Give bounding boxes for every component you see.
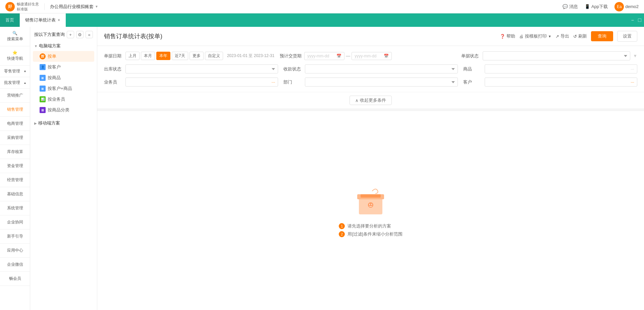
sidebar-operations[interactable]: 经营管理 [0,173,30,187]
sidebar-inventory[interactable]: 库存核算 [0,145,30,159]
sidebar-member[interactable]: 畅会员 [0,272,30,286]
date-separator: — [346,53,350,58]
messages-btn[interactable]: 💬 消息 [562,4,578,10]
minimize-btn[interactable]: － [630,17,635,24]
header-right: 💬 消息 📱 App下载 Ea demo2 [562,2,639,11]
sidebar-appcenter[interactable]: 应用中心 [0,244,30,258]
sidebar-retail[interactable]: 零售管理 ▾ [0,66,30,77]
arrow-icon: ▼ [34,44,38,48]
sidebar-corpwechat[interactable]: 企业微信 [0,258,30,272]
goods-input[interactable]: ··· [485,64,637,73]
delivery-label: 出库状态 [104,66,123,72]
collapse-conditions-btn[interactable]: ∧ 收起更多条件 [350,96,392,105]
mobile-section-header[interactable]: ▶ 移动端方案 [33,118,94,128]
department-label: 部门 [283,79,302,85]
refresh-icon: ↺ [573,34,577,39]
svg-point-4 [369,204,370,205]
salesperson-input[interactable]: ··· [125,78,278,87]
download-icon: 📱 [585,4,590,9]
message-icon: 💬 [562,4,568,9]
goods-label: 商品 [463,66,482,72]
date-btn-last-7[interactable]: 近7天 [172,52,188,60]
sidebar-enterprise[interactable]: 企业协同 [0,215,30,229]
sidebar-wholesale[interactable]: 批发管理 ▴ [0,77,30,89]
date-label: 单据日期 [104,53,123,59]
left-panel: 按以下方案查询 + ⚙ « ▼ 电脑端方案 按 按单 👤 按客户 [30,27,97,310]
logo-area: 好 畅捷通好生意 标准版 [5,2,39,11]
date-btn-custom[interactable]: 自定义 [205,52,223,60]
add-scheme-btn[interactable]: + [67,31,74,38]
sidebar-finance[interactable]: 资金管理 [0,159,30,173]
filter-group-department: 部门 [283,78,458,87]
date-btn-last-month[interactable]: 上月 [125,52,140,60]
expected-date-end[interactable]: yyyy-mm-dd 📅 [352,52,392,60]
scheme-按商品分类[interactable]: ▦ 按商品分类 [33,105,94,115]
user-menu[interactable]: Ea demo2 [614,2,639,11]
logo-text: 畅捷通好生意 标准版 [17,2,39,11]
status-select[interactable] [483,51,630,60]
refresh-btn[interactable]: ↺ 刷新 [573,33,587,39]
svg-point-3 [368,202,373,208]
panel-title: 按以下方案查询 [34,32,65,38]
filter-group-customer: 客户 ··· [463,78,637,87]
delivery-select[interactable] [125,64,278,73]
salesperson-more-icon: ··· [271,80,275,85]
settings-scheme-btn[interactable]: ⚙ [76,31,84,38]
star-icon: ⭐ [12,50,17,55]
sidebar-search[interactable]: 🔍 搜索菜单 [0,27,30,46]
sidebar-quicknav[interactable]: ⭐ 快捷导航 [0,46,30,66]
pc-section-header[interactable]: ▼ 电脑端方案 [33,41,94,51]
scheme-按单[interactable]: 按 按单 [33,51,94,62]
sidebar-basic[interactable]: 基础信息 [0,187,30,201]
sidebar-newuser[interactable]: 新手引导 [0,229,30,244]
empty-hints: 1 请先选择要分析的方案 2 用[过滤]条件来缩小分析范围 [339,223,402,237]
payment-select[interactable] [305,64,458,73]
sidebar-purchase[interactable]: 采购管理 [0,131,30,145]
page-header-top: 销售订单统计表(按单) ❓ 帮助 🖨 按模板打印 ▼ ↗ [104,31,637,42]
expected-date-label: 预计交货期 [280,53,302,59]
hint-num-2: 2 [339,231,345,237]
sidebar: 🔍 搜索菜单 ⭐ 快捷导航 零售管理 ▾ 批发管理 ▴ 营销推广 销售管理 电商… [0,27,30,310]
help-btn[interactable]: ❓ 帮助 [500,33,515,39]
date-btn-this-year[interactable]: 本年 [156,52,170,60]
empty-state: 1 请先选择要分析的方案 2 用[过滤]条件来缩小分析范围 [97,111,644,310]
sidebar-ecommerce[interactable]: 电商管理 [0,117,30,131]
export-icon: ↗ [555,34,559,39]
company-selector[interactable]: 办公用品行业模拟账套 ▼ [50,4,98,10]
date-btn-more[interactable]: 更多 [190,52,204,60]
filter-group-salesperson: 业务员 ··· [104,78,278,87]
collapse-panel-btn[interactable]: « [86,31,93,38]
scheme-按客户商品[interactable]: ▦ 按客户+商品 [33,83,94,94]
filter-group-expected-date: 预计交货期 yyyy-mm-dd 📅 — yyyy-mm-dd 📅 [280,52,456,60]
scheme-grid-icon: ▦ [40,107,46,113]
tab-home[interactable]: 首页 [0,13,20,27]
sidebar-marketing[interactable]: 营销推广 [0,89,30,103]
date-btn-this-month[interactable]: 本月 [141,52,155,60]
calendar-icon: 📅 [384,54,389,58]
department-select[interactable] [305,78,458,87]
sidebar-system[interactable]: 系统管理 [0,201,30,215]
panel-toolbar: 按以下方案查询 + ⚙ « [30,30,97,41]
customer-input[interactable]: ··· [485,78,637,87]
svg-point-5 [371,204,372,205]
tab-bar-actions: － □ [627,13,644,27]
scheme-按业务员[interactable]: 📊 按业务员 [33,94,94,105]
collapse-bar: ∧ 收起更多条件 [97,92,644,108]
chevron-icon: ▾ [24,69,26,73]
divider [44,3,45,10]
chevron-icon: ▴ [24,81,26,85]
settings-button[interactable]: 设置 [617,31,637,42]
query-button[interactable]: 查询 [591,31,613,41]
tab-close-icon[interactable]: × [58,18,60,22]
empty-image [351,184,391,218]
sidebar-sales[interactable]: 销售管理 [0,103,30,117]
expected-date-start[interactable]: yyyy-mm-dd 📅 [304,52,344,60]
export-btn[interactable]: ↗ 导出 [555,33,569,39]
maximize-btn[interactable]: □ [638,17,641,23]
calendar-icon: 📅 [336,54,341,58]
tab-stats[interactable]: 销售订单统计表 × [20,13,66,27]
app-download-btn[interactable]: 📱 App下载 [585,4,608,10]
scheme-按客户[interactable]: 👤 按客户 [33,62,94,72]
template-print-btn[interactable]: 🖨 按模板打印 ▼ [519,33,551,39]
scheme-按商品[interactable]: ▦ 按商品 [33,72,94,83]
